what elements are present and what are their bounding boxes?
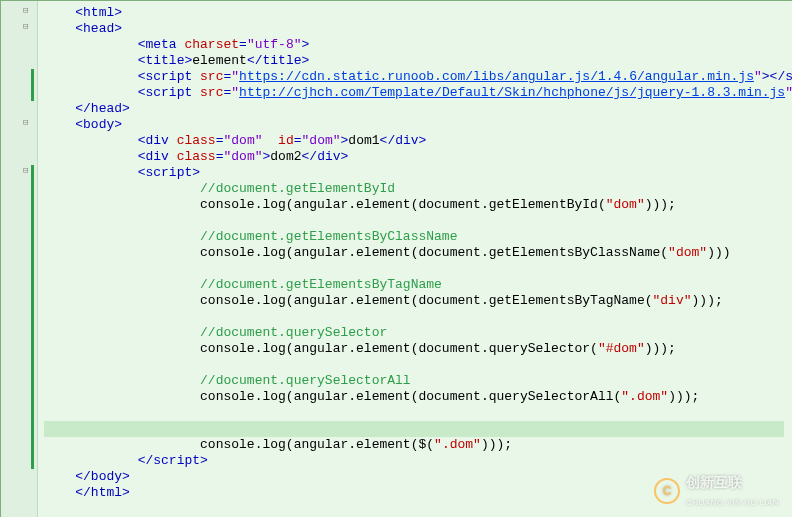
token-txt: console.log(angular.element(document.que… [200, 341, 598, 356]
code-line [44, 357, 792, 373]
token-attr-name: charset [184, 37, 239, 52]
watermark-brand: 创新互联 [686, 474, 742, 490]
token-tag: > [114, 21, 122, 36]
token-tag: > [192, 165, 200, 180]
token-tag: div [395, 133, 418, 148]
token-tag: > [302, 53, 310, 68]
token-txt: element [192, 53, 247, 68]
token-attr-val: "dom" [223, 133, 262, 148]
code-line: <div class="dom">dom2</div> [44, 149, 792, 165]
token-str: ".dom" [621, 389, 668, 404]
token-attr-name: src [200, 85, 223, 100]
token-tag: </ [302, 149, 318, 164]
token-txt: ))); [645, 197, 676, 212]
code-line: //document.getElementsByTagName [44, 277, 792, 293]
token-txt: ))); [692, 293, 723, 308]
token-txt: console.log(angular.element(document.que… [200, 389, 621, 404]
token-tag [263, 133, 279, 148]
token-tag: > [114, 117, 122, 132]
token-tag: = [294, 133, 302, 148]
code-line: <title>element</title> [44, 53, 792, 69]
token-tag: > [301, 37, 309, 52]
token-tag: html [83, 5, 114, 20]
code-line: //document.querySelector [44, 325, 792, 341]
token-tag: div [317, 149, 340, 164]
token-tag: ></ [762, 69, 785, 84]
token-tag: > [122, 469, 130, 484]
code-line: <body> [44, 117, 792, 133]
fold-toggle-icon[interactable]: ⊟ [23, 165, 28, 176]
code-line: </head> [44, 101, 792, 117]
token-str: "#dom" [598, 341, 645, 356]
token-tag: > [419, 133, 427, 148]
token-cmt: //document.getElementById [200, 181, 395, 196]
code-line: <script src="https://cdn.static.runoob.c… [44, 69, 792, 85]
token-tag: = [239, 37, 247, 52]
token-str: ".dom" [434, 437, 481, 452]
code-line [44, 309, 792, 325]
token-str: "dom" [606, 197, 645, 212]
token-cmt: //document.getElementsByTagName [200, 277, 442, 292]
fold-toggle-icon[interactable]: ⊟ [23, 21, 28, 32]
watermark-logo-icon: C [654, 478, 680, 504]
token-attr-val: " [231, 69, 239, 84]
token-tag: script [145, 69, 200, 84]
code-line: <div class="dom" id="dom">dom1</div> [44, 133, 792, 149]
token-tag: script [145, 165, 192, 180]
token-attr-name: src [200, 69, 223, 84]
token-tag: script [145, 85, 200, 100]
gutter: ⊟⊟⊟⊟ [1, 1, 38, 517]
change-marker [31, 165, 34, 469]
token-txt: console.log(angular.element(document.get… [200, 293, 652, 308]
code-line: <head> [44, 21, 792, 37]
code-line: console.log(angular.element(document.get… [44, 245, 792, 261]
code-line: <script src="http://cjhch.com/Template/D… [44, 85, 792, 101]
token-tag: </ [75, 101, 91, 116]
token-tag: head [91, 101, 122, 116]
token-tag: html [91, 485, 122, 500]
token-cmt: //document.querySelectorAll [200, 373, 411, 388]
token-attr-val: "dom" [302, 133, 341, 148]
code-line: console.log(angular.element(document.que… [44, 341, 792, 357]
watermark-sub: CHUANG XIN HU LIAN [686, 498, 779, 507]
token-link: http://cjhch.com/Template/Default/Skin/h… [239, 85, 785, 100]
token-attr-name: class [177, 149, 216, 164]
token-cmt: //document.getElementsByClassName [200, 229, 457, 244]
code-line: <meta charset="utf-8"> [44, 37, 792, 53]
token-tag: < [75, 5, 83, 20]
code-line [44, 405, 792, 421]
code-line: console.log(angular.element($(".dom"))); [44, 437, 792, 453]
code-line: //document.getElementById [44, 181, 792, 197]
token-tag: > [122, 101, 130, 116]
token-str: "div" [653, 293, 692, 308]
code-line: //document.getElementsByClassName [44, 229, 792, 245]
token-tag: < [75, 117, 83, 132]
token-attr-val: " [754, 69, 762, 84]
token-txt: console.log(angular.element(document.get… [200, 197, 606, 212]
token-tag: div [145, 149, 176, 164]
code-editor: ⊟⊟⊟⊟ <html> <head> <meta charset="utf-8"… [0, 0, 792, 517]
token-cmt: //document.querySelector [200, 325, 387, 340]
token-txt: ))); [481, 437, 512, 452]
token-tag: script [785, 69, 792, 84]
token-tag: </ [75, 485, 91, 500]
token-attr-name: class [177, 133, 216, 148]
token-attr-val: " [231, 85, 239, 100]
change-marker [31, 69, 34, 101]
token-tag: </ [75, 469, 91, 484]
token-attr-val: "utf-8" [247, 37, 302, 52]
fold-toggle-icon[interactable]: ⊟ [23, 5, 28, 16]
token-tag: body [83, 117, 114, 132]
token-attr-val: "dom" [223, 149, 262, 164]
token-txt: console.log(angular.element($( [200, 437, 434, 452]
token-str: "dom" [668, 245, 707, 260]
token-tag: head [83, 21, 114, 36]
token-tag: div [145, 133, 176, 148]
token-txt: ))); [645, 341, 676, 356]
code-line [44, 261, 792, 277]
code-line: //document.querySelectorAll [44, 373, 792, 389]
fold-toggle-icon[interactable]: ⊟ [23, 117, 28, 128]
token-tag: > [114, 5, 122, 20]
token-txt: ))) [707, 245, 730, 260]
token-tag: title [145, 53, 184, 68]
